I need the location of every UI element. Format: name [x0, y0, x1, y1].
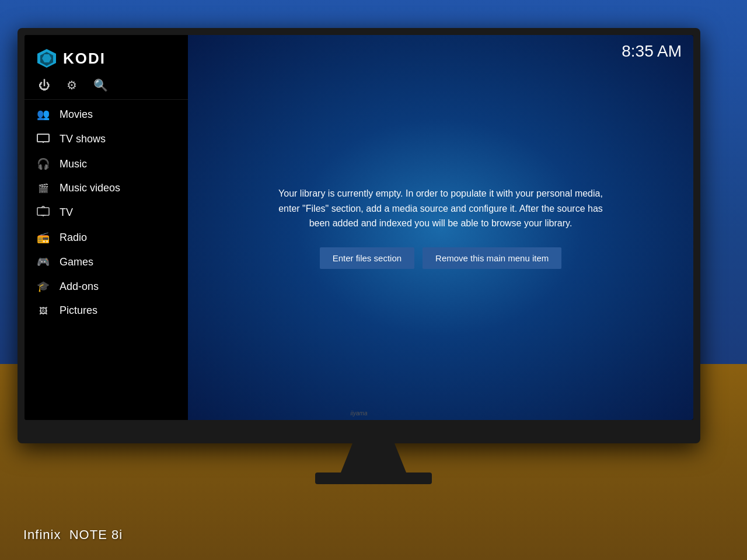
infinix-model: NOTE 8i [69, 527, 123, 542]
sidebar-item-tv-shows[interactable]: TV shows [25, 127, 188, 152]
games-label: Games [60, 256, 93, 268]
enter-files-button[interactable]: Enter files section [320, 247, 414, 269]
library-message-text: Your library is currently empty. In orde… [271, 186, 610, 231]
time-display: 8:35 AM [622, 42, 682, 61]
kodi-logo-icon [36, 48, 57, 69]
sidebar-item-tv[interactable]: TV [25, 200, 188, 225]
sidebar-item-music-videos[interactable]: 🎬 Music videos [25, 176, 188, 200]
logo-area: KODI [25, 41, 188, 74]
games-icon: 🎮 [36, 256, 50, 268]
sidebar-item-add-ons[interactable]: 🎓 Add-ons [25, 274, 188, 299]
sidebar-item-music[interactable]: 🎧 Music [25, 152, 188, 176]
radio-label: Radio [60, 232, 87, 244]
kodi-title: KODI [63, 50, 106, 68]
control-icons-row: ⏻ ⚙ 🔍 [25, 74, 188, 99]
settings-icon[interactable]: ⚙ [67, 78, 77, 92]
tv-shows-icon [36, 132, 50, 146]
tv-shows-label: TV shows [60, 133, 106, 145]
library-empty-message: Your library is currently empty. In orde… [271, 186, 610, 231]
iiyama-label: iiyama [25, 410, 693, 416]
svg-rect-3 [37, 134, 49, 142]
pictures-label: Pictures [60, 304, 97, 317]
kodi-screen: KODI ⏻ ⚙ 🔍 👥 Movies [25, 35, 693, 420]
sidebar-item-games[interactable]: 🎮 Games [25, 250, 188, 274]
tv-label: TV [60, 206, 73, 219]
svg-rect-6 [37, 208, 49, 215]
pictures-icon: 🖼 [36, 306, 50, 316]
monitor-base [315, 473, 432, 484]
music-label: Music [60, 158, 87, 170]
sidebar-item-movies[interactable]: 👥 Movies [25, 102, 188, 127]
screen-bezel: KODI ⏻ ⚙ 🔍 👥 Movies [25, 35, 693, 420]
add-ons-icon: 🎓 [36, 280, 50, 293]
sidebar-item-pictures[interactable]: 🖼 Pictures [25, 299, 188, 323]
add-ons-label: Add-ons [60, 281, 99, 293]
sidebar-divider [25, 99, 188, 100]
action-buttons: Enter files section Remove this main men… [320, 247, 562, 269]
infinix-watermark: Infinix NOTE 8i [23, 527, 123, 542]
music-icon: 🎧 [36, 158, 50, 170]
search-icon[interactable]: 🔍 [93, 78, 108, 92]
kodi-main-content: 8:35 AM Your library is currently empty.… [188, 35, 693, 420]
infinix-brand: Infinix [23, 527, 61, 542]
movies-label: Movies [60, 108, 93, 121]
monitor-casing: KODI ⏻ ⚙ 🔍 👥 Movies [18, 28, 700, 443]
movies-icon: 👥 [36, 108, 50, 121]
sidebar-item-radio[interactable]: 📻 Radio [25, 225, 188, 250]
music-videos-label: Music videos [60, 182, 120, 194]
radio-icon: 📻 [36, 231, 50, 244]
power-icon[interactable]: ⏻ [39, 79, 50, 92]
remove-menu-item-button[interactable]: Remove this main menu item [423, 247, 561, 269]
kodi-sidebar: KODI ⏻ ⚙ 🔍 👥 Movies [25, 35, 188, 420]
tv-icon [36, 206, 50, 219]
music-videos-icon: 🎬 [36, 183, 50, 194]
